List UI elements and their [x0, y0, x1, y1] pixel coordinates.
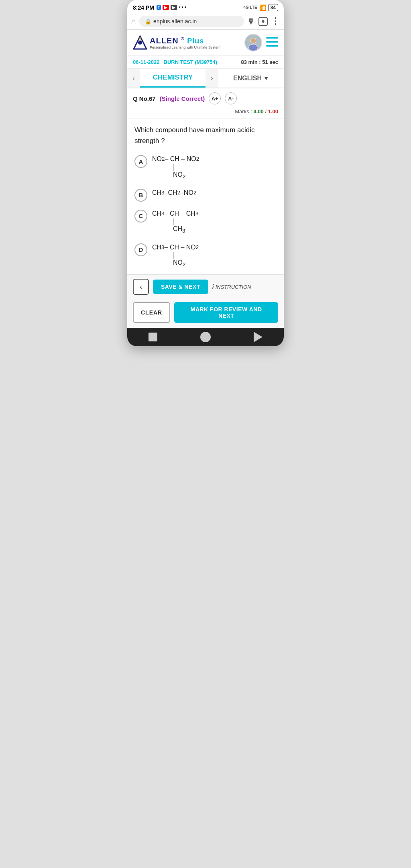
option-d-circle[interactable]: D — [134, 243, 147, 256]
play-icon: ▶ — [171, 5, 177, 10]
instruction-link[interactable]: i INSTRUCTION — [212, 284, 251, 290]
question-info-bar: Q No.67 (Single Correct) A+ A- Marks : 4… — [127, 88, 284, 119]
bottom-action-bar: ‹ SAVE & NEXT i INSTRUCTION — [127, 274, 284, 299]
question-text: Which compound have maximum acidic stren… — [134, 125, 277, 146]
question-number: Q No.67 — [133, 95, 156, 102]
home-icon[interactable]: ⌂ — [131, 17, 136, 26]
nav-home-icon[interactable] — [200, 332, 211, 342]
save-next-button[interactable]: SAVE & NEXT — [153, 280, 208, 294]
lock-icon: 🔒 — [145, 18, 151, 25]
test-info-bar: 06-11-2022 BURN TEST (M39754) 83 min : 5… — [127, 56, 284, 69]
plus-text: Plus — [187, 37, 204, 45]
svg-rect-8 — [266, 37, 278, 39]
option-b-circle[interactable]: B — [134, 189, 147, 202]
microphone-icon[interactable]: 🎙 — [247, 17, 255, 26]
question-type: (Single Correct) — [160, 95, 205, 102]
question-content: Which compound have maximum acidic stren… — [127, 119, 284, 274]
url-bar[interactable]: 🔒 enplus.allen.ac.in — [139, 16, 244, 27]
marks-info: Marks : 4.00 / 1.00 — [235, 108, 278, 114]
svg-point-1 — [138, 41, 142, 45]
status-left: 8:24 PM f ▶ ▶ ··· — [133, 3, 187, 12]
instruction-label: INSTRUCTION — [216, 284, 251, 290]
test-date: 06-11-2022 — [133, 59, 160, 65]
browser-bar: ⌂ 🔒 enplus.allen.ac.in 🎙 9 ⋮ — [127, 13, 284, 30]
test-name: BURN TEST (M39754) — [164, 59, 218, 65]
status-icons: f ▶ ▶ ··· — [157, 3, 187, 12]
svg-point-6 — [251, 38, 256, 43]
option-b[interactable]: B CH3–CH2–NO2 — [134, 188, 277, 202]
font-decrease-button[interactable]: A- — [225, 92, 237, 104]
phone-frame: 8:24 PM f ▶ ▶ ··· 4G LTE 📶 84 ⌂ 🔒 enplus… — [127, 0, 284, 346]
allen-logo-icon — [133, 35, 147, 50]
status-bar: 8:24 PM f ▶ ▶ ··· 4G LTE 📶 84 — [127, 0, 284, 13]
app-header: ALLEN ® Plus Personalised Learning with … — [127, 30, 284, 56]
battery-level: 84 — [268, 4, 278, 11]
option-d[interactable]: D CH3 – CH – NO2 | NO2 — [134, 243, 277, 269]
allen-brand-name: ALLEN ® Plus — [150, 36, 204, 45]
logo-section: ALLEN ® Plus Personalised Learning with … — [133, 35, 220, 50]
hamburger-menu-icon[interactable] — [266, 37, 278, 48]
marks-negative: 1.00 — [268, 108, 278, 114]
nav-square-icon[interactable] — [149, 333, 157, 341]
tab-english[interactable]: ENGLISH ▼ — [218, 69, 284, 88]
more-apps-icon: ··· — [179, 3, 187, 12]
facebook-icon: f — [157, 5, 161, 10]
option-a[interactable]: A NO2 – CH – NO2 | NO2 — [134, 154, 277, 181]
tab-prev-arrow[interactable]: ‹ — [127, 69, 140, 88]
user-avatar[interactable] — [244, 34, 262, 51]
option-a-formula: NO2 – CH – NO2 | NO2 — [152, 154, 199, 181]
nav-back-icon[interactable] — [254, 332, 262, 342]
tab-next-arrow[interactable]: › — [206, 69, 218, 88]
status-time: 8:24 PM — [133, 4, 154, 11]
header-right — [244, 34, 278, 51]
url-text: enplus.allen.ac.in — [153, 18, 197, 25]
font-increase-button[interactable]: A+ — [209, 92, 221, 104]
test-info-left: 06-11-2022 BURN TEST (M39754) — [133, 59, 217, 65]
option-c-circle[interactable]: C — [134, 210, 147, 223]
network-signal: 4G LTE — [243, 5, 257, 10]
bottom-row-buttons: CLEAR MARK FOR REVIEW AND NEXT — [127, 299, 284, 328]
tab-count[interactable]: 9 — [258, 17, 268, 26]
svg-point-7 — [249, 45, 258, 51]
tab-chemistry[interactable]: CHEMISTRY — [140, 69, 206, 88]
subject-tabs: ‹ CHEMISTRY › ENGLISH ▼ — [127, 69, 284, 88]
logo-text: ALLEN ® Plus Personalised Learning with … — [150, 36, 220, 49]
option-d-formula: CH3 – CH – NO2 | NO2 — [152, 243, 199, 269]
youtube-icon: ▶ — [163, 5, 169, 10]
browser-more-icon[interactable]: ⋮ — [271, 16, 280, 27]
marks-separator: / — [265, 108, 268, 114]
status-right: 4G LTE 📶 84 — [243, 4, 278, 11]
mark-review-button[interactable]: MARK FOR REVIEW AND NEXT — [174, 302, 278, 323]
nav-bar — [127, 328, 284, 346]
marks-positive: 4.00 — [254, 108, 264, 114]
svg-rect-9 — [266, 41, 278, 43]
option-a-circle[interactable]: A — [134, 155, 147, 168]
option-b-formula: CH3–CH2–NO2 — [152, 188, 196, 198]
tab-dropdown-icon: ▼ — [263, 75, 269, 82]
clear-button[interactable]: CLEAR — [133, 302, 170, 323]
test-timer: 83 min : 51 sec — [241, 59, 279, 65]
svg-rect-10 — [266, 45, 278, 47]
back-button[interactable]: ‹ — [133, 279, 149, 295]
option-c-formula: CH3 – CH – CH3 | CH3 — [152, 209, 198, 235]
allen-text: ALLEN — [150, 36, 179, 45]
signal-bars-icon: 📶 — [259, 4, 266, 11]
avatar-image — [245, 34, 261, 51]
options-list: A NO2 – CH – NO2 | NO2 B CH3–CH2–NO2 — [134, 154, 277, 269]
option-c[interactable]: C CH3 – CH – CH3 | CH3 — [134, 209, 277, 235]
instruction-i-icon: i — [212, 284, 214, 290]
logo-subtitle: Personalised Learning with Ultimate Syst… — [150, 45, 220, 49]
